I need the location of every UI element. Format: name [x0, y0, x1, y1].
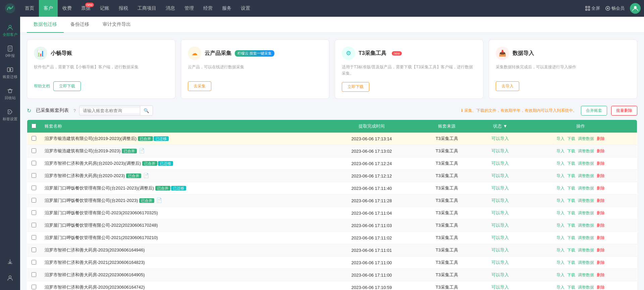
action-删除[interactable]: 删除: [597, 186, 605, 191]
sidebar-bottom-user[interactable]: [7, 271, 13, 285]
action-调整数据[interactable]: 调整数据: [578, 273, 594, 277]
member-btn[interactable]: 畅会员: [605, 5, 625, 11]
search-button[interactable]: 🔍: [140, 106, 153, 115]
action-删除[interactable]: 删除: [597, 223, 605, 228]
row-select-checkbox[interactable]: [32, 148, 36, 153]
tab-audit-export[interactable]: 审计文件导出: [96, 17, 138, 33]
sidebar-bottom-download[interactable]: [7, 255, 13, 269]
action-导入[interactable]: 导入: [556, 260, 565, 265]
action-下载[interactable]: 下载: [567, 235, 575, 240]
user-avatar[interactable]: [630, 3, 641, 14]
action-调整数据[interactable]: 调整数据: [578, 173, 594, 178]
action-调整数据[interactable]: 调整数据: [578, 161, 594, 166]
tab-backup-migrate[interactable]: 备份迁移: [64, 17, 96, 33]
nav-bookkeeping[interactable]: 记账: [95, 0, 114, 17]
action-调整数据[interactable]: 调整数据: [578, 285, 594, 290]
row-select-checkbox[interactable]: [32, 247, 36, 252]
logo[interactable]: [3, 2, 17, 15]
action-下载[interactable]: 下载: [567, 211, 575, 215]
row-select-checkbox[interactable]: [32, 210, 36, 215]
sidebar-item-tag[interactable]: 标签设置: [0, 104, 20, 126]
row-select-checkbox[interactable]: [32, 173, 36, 178]
nav-settings[interactable]: 设置: [236, 0, 255, 17]
nav-tax[interactable]: 报税: [114, 0, 133, 17]
action-导入[interactable]: 导入: [556, 186, 565, 191]
action-导入[interactable]: 导入: [556, 235, 565, 240]
sidebar-item-zero-declare[interactable]: 0申报: [0, 41, 20, 62]
nav-customer[interactable]: 客户: [39, 0, 58, 17]
action-下载[interactable]: 下载: [567, 248, 575, 252]
action-导入[interactable]: 导入: [556, 149, 565, 153]
action-删除[interactable]: 删除: [597, 260, 605, 265]
action-导入[interactable]: 导入: [556, 285, 565, 290]
action-下载[interactable]: 下载: [567, 161, 575, 166]
nav-operation[interactable]: 经营: [199, 0, 217, 17]
row-select-checkbox[interactable]: [32, 198, 36, 203]
nav-business[interactable]: 工商项目: [133, 0, 161, 17]
nav-message[interactable]: 消息: [161, 0, 180, 17]
import-go-btn[interactable]: 去导入: [496, 81, 519, 91]
action-导入[interactable]: 导入: [556, 136, 565, 141]
sidebar-item-migrate[interactable]: 账套迁移: [0, 62, 20, 83]
nav-manage[interactable]: 管理: [180, 0, 199, 17]
action-下载[interactable]: 下载: [567, 186, 575, 191]
nav-home[interactable]: 首页: [20, 0, 39, 17]
t3-download-btn[interactable]: 立即下载: [342, 82, 369, 92]
row-select-checkbox[interactable]: [32, 223, 36, 227]
row-select-checkbox[interactable]: [32, 136, 36, 141]
action-调整数据[interactable]: 调整数据: [578, 136, 594, 141]
action-导入[interactable]: 导入: [556, 161, 565, 166]
merge-btn[interactable]: 合并账套: [581, 106, 607, 116]
action-下载[interactable]: 下载: [567, 273, 575, 277]
action-导入[interactable]: 导入: [556, 223, 565, 228]
action-导入[interactable]: 导入: [556, 173, 565, 178]
action-下载[interactable]: 下载: [567, 223, 575, 228]
action-删除[interactable]: 删除: [597, 211, 605, 215]
action-调整数据[interactable]: 调整数据: [578, 248, 594, 252]
xiaochang-download-btn[interactable]: 立即下载: [53, 81, 81, 91]
action-下载[interactable]: 下载: [567, 198, 575, 203]
action-调整数据[interactable]: 调整数据: [578, 186, 594, 191]
row-select-checkbox[interactable]: [32, 260, 36, 265]
sidebar-item-all-customers[interactable]: 全部客户: [0, 20, 20, 41]
fullscreen-btn[interactable]: 全屏: [585, 5, 600, 11]
action-导入[interactable]: 导入: [556, 198, 565, 203]
action-调整数据[interactable]: 调整数据: [578, 211, 594, 215]
action-删除[interactable]: 删除: [597, 273, 605, 277]
action-删除[interactable]: 删除: [597, 285, 605, 290]
row-select-checkbox[interactable]: [32, 285, 36, 289]
action-删除[interactable]: 删除: [597, 173, 605, 178]
tab-data-migrate[interactable]: 数据包迁移: [27, 17, 64, 33]
action-下载[interactable]: 下载: [567, 149, 575, 153]
action-调整数据[interactable]: 调整数据: [578, 198, 594, 203]
action-导入[interactable]: 导入: [556, 248, 565, 252]
action-删除[interactable]: 删除: [597, 248, 605, 252]
sidebar-item-trash[interactable]: 回收站: [0, 83, 20, 104]
action-调整数据[interactable]: 调整数据: [578, 223, 594, 228]
action-调整数据[interactable]: 调整数据: [578, 149, 594, 153]
action-下载[interactable]: 下载: [567, 260, 575, 265]
select-all-checkbox[interactable]: [32, 124, 36, 128]
nav-charge[interactable]: 收费: [58, 0, 76, 17]
action-删除[interactable]: 删除: [597, 235, 605, 240]
action-删除[interactable]: 删除: [597, 136, 605, 141]
nav-bill[interactable]: 票据new: [76, 0, 95, 17]
xiaochang-help-btn[interactable]: 帮助文档: [34, 83, 50, 89]
action-下载[interactable]: 下载: [567, 136, 575, 141]
row-select-checkbox[interactable]: [32, 186, 36, 190]
action-删除[interactable]: 删除: [597, 198, 605, 203]
row-select-checkbox[interactable]: [32, 235, 36, 240]
action-调整数据[interactable]: 调整数据: [578, 235, 594, 240]
cloud-collect-btn[interactable]: 去采集: [188, 81, 211, 91]
batch-delete-btn[interactable]: 批量删除: [611, 106, 637, 116]
action-删除[interactable]: 删除: [597, 161, 605, 166]
action-导入[interactable]: 导入: [556, 273, 565, 277]
row-select-checkbox[interactable]: [32, 161, 36, 165]
refresh-icon[interactable]: ↻: [27, 107, 31, 114]
help-icon[interactable]: ?: [73, 108, 76, 113]
action-下载[interactable]: 下载: [567, 173, 575, 178]
action-调整数据[interactable]: 调整数据: [578, 260, 594, 265]
row-select-checkbox[interactable]: [32, 272, 36, 277]
action-导入[interactable]: 导入: [556, 211, 565, 215]
action-删除[interactable]: 删除: [597, 149, 605, 153]
